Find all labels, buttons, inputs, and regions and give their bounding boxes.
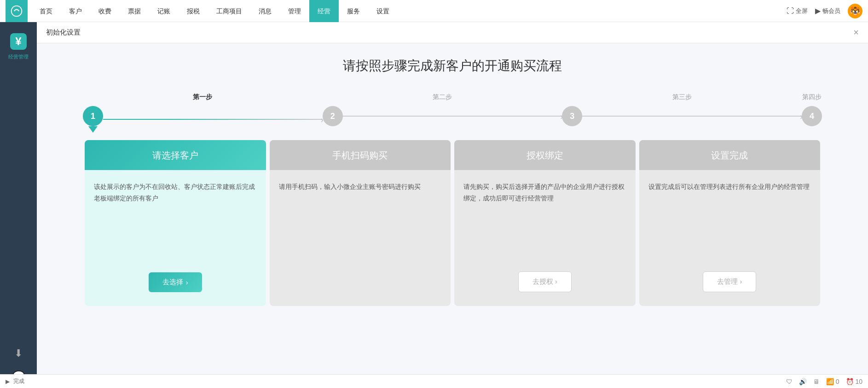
step-4-wrapper: 第四步 4 xyxy=(802,93,822,126)
step-card-3-header: 授权绑定 xyxy=(454,140,636,170)
nav-manage[interactable]: 管理 xyxy=(280,0,309,22)
main-heading: 请按照步骤完成新客户的开通购买流程 xyxy=(55,57,850,75)
bottom-icons: 🛡 🔊 🖥 📶 0 ⏰ 10 xyxy=(786,378,862,385)
fullscreen-btn[interactable]: ⛶ 全屏 xyxy=(787,7,808,15)
play-icon: ▶ xyxy=(6,378,10,385)
step-3-button[interactable]: 去授权 › xyxy=(518,271,572,292)
step-card-4-header: 设置完成 xyxy=(639,140,821,170)
step-1-wrapper: 第一步 1 › xyxy=(83,93,323,133)
step-2-label: 第二步 xyxy=(433,93,452,101)
bottom-bar: ▶ 完成 🛡 🔊 🖥 📶 0 ⏰ 10 xyxy=(0,374,868,388)
step-card-3: 授权绑定 请先购买，购买后选择开通的产品中的企业用户进行授权绑定，成功后即可进行… xyxy=(454,140,636,306)
clock-icon: ⏰ 10 xyxy=(846,378,862,385)
nav-fee[interactable]: 收费 xyxy=(90,0,120,22)
nav-logo xyxy=(6,0,28,22)
nav-home[interactable]: 首页 xyxy=(31,0,61,22)
nav-service[interactable]: 服务 xyxy=(339,0,368,22)
nav-message[interactable]: 消息 xyxy=(250,0,280,22)
nav-invoice[interactable]: 票据 xyxy=(120,0,149,22)
nav-right: ⛶ 全屏 ▶ 畅会员 🐯 xyxy=(787,4,862,18)
step-card-4-footer: 去管理 › xyxy=(639,271,821,297)
step-card-2-header: 手机扫码购买 xyxy=(270,140,451,170)
step-2-wrapper: 第二步 2 › xyxy=(323,93,562,126)
sidebar-download[interactable]: ⬇ xyxy=(0,342,37,365)
step-1-circle: 1 xyxy=(83,106,103,126)
shield-icon: 🛡 xyxy=(786,378,793,385)
step-card-1-header: 请选择客户 xyxy=(85,140,266,170)
content-area: 请按照步骤完成新客户的开通购买流程 第一步 1 › 第二步 xyxy=(37,43,868,388)
nav-client[interactable]: 客户 xyxy=(61,0,90,22)
sidebar-item-operation[interactable]: ¥ 经营管理 xyxy=(0,28,37,66)
sidebar-item-label: 经营管理 xyxy=(8,53,29,60)
page-title: 初始化设置 xyxy=(46,28,81,37)
step-2-circle: 2 xyxy=(323,106,343,126)
step-card-3-footer: 去授权 › xyxy=(454,271,636,297)
main-content: 初始化设置 × 请按照步骤完成新客户的开通购买流程 第一步 1 › xyxy=(37,22,868,388)
screen-icon: 🖥 xyxy=(813,378,820,385)
step-card-2: 手机扫码购买 请用手机扫码，输入小微企业主账号密码进行购买 xyxy=(270,140,451,306)
sound-icon: 🔊 xyxy=(799,378,807,385)
step-card-1-footer: 去选择 › xyxy=(85,272,266,297)
status-text: 完成 xyxy=(13,377,24,385)
step-3-circle: 3 xyxy=(562,106,582,126)
top-nav: 首页 客户 收费 票据 记账 报税 工商项目 消息 管理 经营 服务 设置 ⛶ … xyxy=(0,0,868,22)
step-card-3-body: 请先购买，购买后选择开通的产品中的企业用户进行授权绑定，成功后即可进行经营管理 xyxy=(454,170,636,271)
step-card-4: 设置完成 设置完成后可以在管理列表进行所有企业用户的经营管理 去管理 › xyxy=(639,140,821,306)
sidebar: ¥ 经营管理 ⬇ 💬 xyxy=(0,22,37,388)
steps-indicator: 第一步 1 › 第二步 2 xyxy=(55,93,850,133)
vip-btn[interactable]: ▶ 畅会员 xyxy=(815,6,840,15)
cards-container: 请选择客户 该处展示的客户为不在回收站、客户状态正常建账后完成老板端绑定的所有客… xyxy=(55,140,850,306)
step-1-button[interactable]: 去选择 › xyxy=(149,272,202,292)
nav-bookkeep[interactable]: 记账 xyxy=(149,0,179,22)
step-card-1-body: 该处展示的客户为不在回收站、客户状态正常建账后完成老板端绑定的所有客户 xyxy=(85,170,266,272)
nav-tax[interactable]: 报税 xyxy=(179,0,208,22)
nav-business[interactable]: 工商项目 xyxy=(208,0,250,22)
signal-icon: 📶 0 xyxy=(826,378,839,385)
step-1-pointer xyxy=(88,126,98,133)
close-button[interactable]: × xyxy=(853,27,859,38)
step-card-1: 请选择客户 该处展示的客户为不在回收站、客户状态正常建账后完成老板端绑定的所有客… xyxy=(85,140,266,306)
nav-operation[interactable]: 经营 xyxy=(309,0,339,22)
nav-items: 首页 客户 收费 票据 记账 报税 工商项目 消息 管理 经营 服务 设置 xyxy=(31,0,787,22)
step-4-button[interactable]: 去管理 › xyxy=(703,271,756,292)
step-card-2-footer xyxy=(270,292,451,297)
step-card-2-body: 请用手机扫码，输入小微企业主账号密码进行购买 xyxy=(270,170,451,292)
step-3-wrapper: 第三步 3 › xyxy=(562,93,802,126)
step-card-4-body: 设置完成后可以在管理列表进行所有企业用户的经营管理 xyxy=(639,170,821,271)
step-1-label: 第一步 xyxy=(193,93,212,101)
page-header: 初始化设置 × xyxy=(37,22,868,43)
svg-point-0 xyxy=(12,6,22,16)
nav-settings[interactable]: 设置 xyxy=(368,0,398,22)
operation-icon: ¥ xyxy=(10,33,27,50)
step-4-label: 第四步 xyxy=(802,93,822,101)
avatar[interactable]: 🐯 xyxy=(848,4,862,18)
step-3-label: 第三步 xyxy=(672,93,692,101)
step-4-circle: 4 xyxy=(802,106,822,126)
